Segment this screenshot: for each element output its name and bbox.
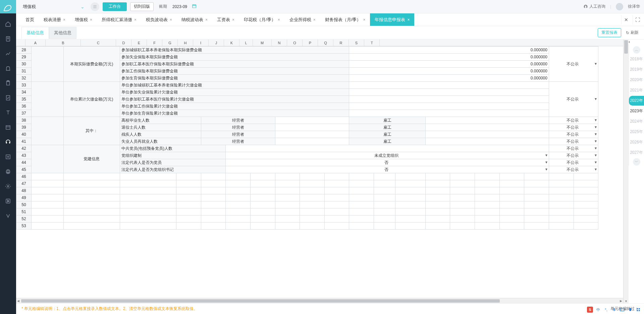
gear-icon[interactable] [5,183,11,190]
context-dropdown[interactable]: 增值税 ⌄ [20,2,87,11]
year-item[interactable]: 2020年 [629,75,644,85]
chevron-down-icon: ⌄ [80,4,85,9]
tab-close-icon[interactable]: × [170,17,172,22]
year-item[interactable]: 2024年 [629,117,644,126]
calendar-picker-icon[interactable] [192,4,197,9]
tab-item[interactable]: 工资表× [212,13,239,26]
spreadsheet-grid[interactable]: 28本期实际缴费金额(万元)参加城镇职工基本养老保险本期实际缴费金额0.0000… [16,46,623,230]
col-header-cell[interactable]: G [162,40,178,46]
tab-item[interactable]: 所得税汇算清缴× [97,13,141,26]
year-item[interactable]: 2019年 [629,65,644,74]
v-icon[interactable] [5,212,11,219]
bag-icon[interactable] [5,65,11,72]
calendar-icon[interactable] [5,124,11,131]
export-icon[interactable] [5,153,11,160]
ime-punct-icon[interactable]: °, [603,307,609,313]
col-header-cell[interactable]: K [224,40,239,46]
col-header-cell[interactable]: N [272,40,287,46]
col-header-cell[interactable]: E [131,40,147,46]
col-header-cell[interactable]: A [25,40,46,46]
rail-down-icon[interactable]: ﹀ [633,158,640,166]
subtab-basic[interactable]: 基础信息 [21,27,49,39]
tab-close-icon[interactable]: × [63,17,65,22]
col-header-cell[interactable]: S [349,40,364,46]
svg-rect-12 [614,308,615,310]
workspace-button[interactable]: 工作台 [103,2,127,11]
vertical-scrollbar[interactable]: ▲ ▼ [623,40,629,303]
tab-close-icon[interactable]: × [363,17,365,22]
col-header-cell[interactable]: L [239,40,253,46]
col-header-cell[interactable]: J [209,40,224,46]
switch-old-button[interactable]: 切到旧版 [130,2,154,11]
tab-close-icon[interactable]: × [134,17,137,22]
period-value[interactable]: 2023-09 [172,4,187,9]
period-label: 账期 [159,4,167,9]
footer-note: * 单元格编辑说明：1、点击单元格直接录入数值或文本。2、清空单元格数值或文本恢… [21,306,198,312]
col-header-cell[interactable]: T [364,40,380,46]
tab-close-icon[interactable]: × [278,17,280,22]
tab-item[interactable]: 首页 [21,13,39,26]
horizontal-scrollbar[interactable]: ◀ ▶ [16,298,623,303]
text-icon[interactable] [5,109,11,116]
col-header-cell[interactable]: M [253,40,272,46]
play-icon[interactable] [5,198,11,204]
col-header-cell[interactable]: C [81,40,116,46]
tab-close-icon[interactable]: × [232,17,234,22]
rail-up-icon[interactable]: ︿ [633,46,640,54]
tab-close-icon[interactable]: × [205,17,208,22]
ime-zh-icon[interactable]: 中 [595,307,601,313]
col-header-cell[interactable]: D [116,40,131,46]
tab-close-icon[interactable]: × [313,17,316,22]
year-item[interactable]: 2022年 [629,96,644,106]
tab-close-icon[interactable]: × [90,17,92,22]
clipboard-icon[interactable] [5,80,11,86]
year-item[interactable]: 2023年 [629,106,644,116]
doc-icon[interactable] [5,36,11,42]
home-icon[interactable] [5,21,11,27]
tab-item[interactable]: 印花税（月/季）× [239,13,285,26]
col-header-cell[interactable]: I [193,40,209,46]
year-item[interactable]: 2025年 [629,127,644,137]
year-rail: ︿ 2018年2019年2020年2021年2022年2023年2024年202… [629,44,644,166]
tab-item[interactable]: 企业所得税× [285,13,320,26]
ime-kb-icon[interactable] [619,307,625,313]
col-header-cell[interactable]: H [178,40,193,46]
col-header-cell[interactable]: B [46,40,81,46]
print-icon[interactable] [5,168,11,175]
col-header-cell[interactable]: O [287,40,303,46]
avatar[interactable] [616,3,623,10]
check-doc-icon[interactable] [5,95,11,101]
close-tab-icon[interactable]: ✕ [621,15,631,24]
tab-item[interactable]: 税表清册× [39,13,70,26]
ime-mic-icon[interactable] [611,307,617,313]
support-link[interactable]: 人工咨询 [583,4,605,9]
col-header-cell[interactable]: P [303,40,318,46]
list-icon[interactable] [91,2,99,11]
rail-collapse-icon[interactable]: ‹ [629,40,644,44]
tab-close-icon[interactable]: × [407,17,410,22]
year-item[interactable]: 2026年 [629,137,644,147]
tab-item[interactable]: 年报信息申报表× [370,13,414,26]
reset-report-button[interactable]: 重置报表 [598,28,621,37]
username[interactable]: 徐泽华 [628,4,640,9]
year-item[interactable]: 2018年 [629,54,644,64]
svg-rect-4 [6,126,10,129]
ime-grid-icon[interactable] [635,307,641,313]
col-header-cell[interactable]: R [333,40,349,46]
select-all-cell[interactable] [16,40,25,46]
tab-item[interactable]: 财务报表（月/季）× [320,13,370,26]
subtab-other[interactable]: 其他信息 [49,27,76,39]
col-header-cell[interactable]: F [147,40,162,46]
chart-icon[interactable] [5,50,11,57]
ime-s-icon[interactable]: S [587,307,593,313]
tab-item[interactable]: 税负波动表× [141,13,177,26]
refresh-button[interactable]: ↻ 刷新 [626,30,639,36]
year-item[interactable]: 2027年 [629,148,644,158]
tab-item[interactable]: 纳税波动表× [177,13,212,26]
col-header-cell[interactable]: Q [318,40,333,46]
year-item[interactable]: 2021年 [629,85,644,95]
ime-skin-icon[interactable] [627,307,633,313]
support-icon[interactable] [5,139,11,145]
expand-icon[interactable]: ⛶ [633,15,642,24]
tab-item[interactable]: 增值税× [70,13,97,26]
